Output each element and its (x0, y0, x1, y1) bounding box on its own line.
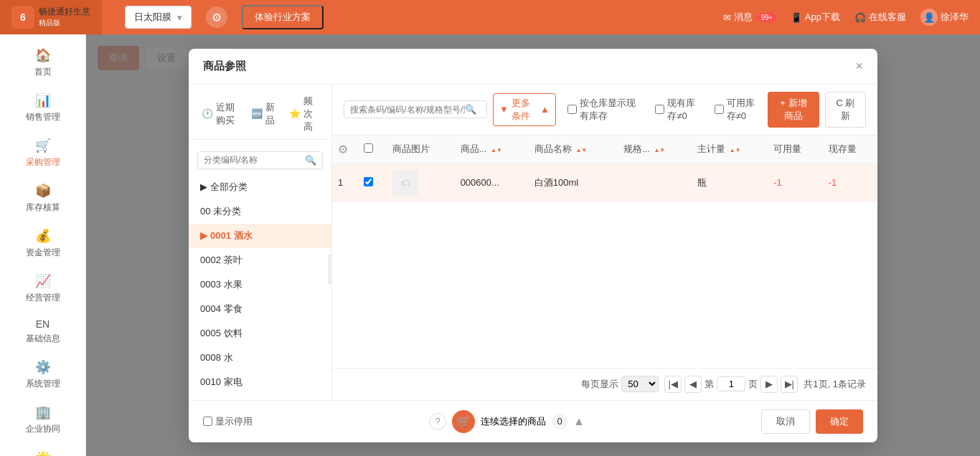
online-service-nav-item[interactable]: 🎧 在线客服 (854, 11, 906, 24)
product-reference-modal: 商品参照 × 🕐 近期购买 🆕 (189, 49, 877, 442)
confirm-button[interactable]: 确定 (816, 409, 863, 434)
product-table-container: ⚙ 商品图片 商品... ▲▼ (332, 136, 877, 368)
sidebar-item-inventory[interactable]: 📦 库存核算 (0, 176, 85, 221)
home-icon: 🏠 (35, 47, 51, 63)
checkbox-usable-ne0-input[interactable] (715, 105, 724, 114)
checkbox-available-ne0[interactable]: 现有库存≠0 (655, 97, 702, 123)
sidebar-item-guide[interactable]: 🌟 新手引导 (0, 442, 85, 456)
tab-freq[interactable]: ⭐ 频次高 (282, 90, 326, 139)
category-item-0003[interactable]: 0003 水果 (189, 272, 331, 297)
help-button[interactable]: ? (429, 413, 446, 430)
tab-new[interactable]: 🆕 新品 (244, 90, 282, 139)
cancel-button[interactable]: 取消 (761, 409, 810, 434)
tab-recent[interactable]: 🕐 近期购买 (194, 90, 244, 139)
sidebar-item-operation[interactable]: 📈 经营管理 (0, 266, 85, 311)
settings-icon[interactable]: ⚙ (206, 6, 227, 28)
experience-button[interactable]: 体验行业方案 (242, 5, 324, 29)
category-item-0008[interactable]: 0008 水 (189, 346, 331, 370)
category-item-0005[interactable]: 0005 饮料 (189, 321, 331, 346)
row-code: 000600... (455, 163, 529, 201)
messages-badge: 99+ (757, 13, 776, 22)
sidebar-item-basic[interactable]: EN 基础信息 (0, 311, 85, 352)
left-panel-collapse-button[interactable]: « (329, 255, 331, 284)
page-prev-button[interactable]: ◀ (684, 376, 702, 393)
sidebar-label-sales: 销售管理 (26, 111, 60, 123)
inventory-icon: 📦 (35, 183, 51, 199)
messages-nav-item[interactable]: ✉ 消息 99+ (723, 11, 776, 24)
category-item-0010[interactable]: 0010 家电 (189, 370, 331, 394)
page-size-dropdown[interactable]: 102050100 (621, 376, 659, 392)
modal-overlay: 商品参照 × 🕐 近期购买 🆕 (86, 34, 980, 456)
sidebar-label-system: 系统管理 (26, 378, 60, 390)
checkbox-warehouse-input[interactable] (567, 105, 577, 114)
product-search-icon[interactable]: 🔍 (465, 104, 476, 115)
category-search-icon[interactable]: 🔍 (305, 155, 316, 166)
category-item-0002[interactable]: 0002 茶叶 (189, 248, 331, 272)
row-spec (618, 163, 692, 201)
product-search-input[interactable] (350, 105, 465, 115)
footer-center: ? 🛒 连续选择的商品 0 ▲ (429, 410, 585, 433)
show-disabled-label[interactable]: 显示停用 (203, 415, 253, 428)
basic-icon: EN (36, 318, 50, 330)
category-item-all[interactable]: ▶ 全部分类 (189, 175, 331, 199)
page-size-select: 每页显示 102050100 (581, 376, 659, 392)
col-code[interactable]: 商品... ▲▼ (455, 136, 529, 164)
page-nav: |◀ ◀ 第 页 ▶ ▶| (664, 376, 798, 393)
row-stock: -1 (823, 163, 877, 201)
sidebar-label-operation: 经营管理 (26, 292, 60, 304)
sidebar-label-basic: 基础信息 (26, 333, 60, 345)
table-row[interactable]: 1 🏷 000600... 白酒100ml 瓶 -1 -1 (332, 163, 877, 201)
system-icon: ⚙️ (35, 359, 51, 375)
nav-brand: 6 畅捷通好生意 精品版 (0, 0, 102, 34)
checkbox-usable-ne0[interactable]: 可用库存≠0 (715, 97, 762, 123)
col-unit[interactable]: 主计量 ▲▼ (692, 136, 768, 164)
page-suffix: 页 (748, 378, 758, 391)
col-available: 可用量 (768, 136, 822, 164)
checkbox-warehouse[interactable]: 按仓库显示现有库存 (567, 97, 644, 123)
row-image: 🏷 (387, 163, 454, 201)
product-search-box: 🔍 (344, 100, 487, 118)
refresh-button[interactable]: C 刷新 (825, 92, 866, 128)
col-name[interactable]: 商品名称 ▲▼ (529, 136, 618, 164)
sidebar-item-system[interactable]: ⚙️ 系统管理 (0, 352, 85, 397)
select-all-checkbox[interactable] (364, 143, 373, 153)
logo-text: 畅捷通好生意 (39, 6, 90, 18)
more-filters-button[interactable]: ▼ 更多条件 ▲ (493, 93, 556, 126)
row-unit: 瓶 (692, 163, 768, 201)
sidebar-item-sales[interactable]: 📊 销售管理 (0, 85, 85, 130)
page-next-button[interactable]: ▶ (760, 376, 778, 393)
sidebar-item-enterprise[interactable]: 🏢 企业协同 (0, 397, 85, 442)
headset-icon: 🎧 (854, 12, 866, 23)
sidebar-item-purchase[interactable]: 🛒 采购管理 (0, 130, 85, 176)
sidebar-item-home[interactable]: 🏠 首页 (0, 40, 85, 85)
show-disabled-checkbox[interactable] (203, 417, 212, 426)
page-last-button[interactable]: ▶| (781, 376, 798, 393)
category-search-input[interactable] (204, 155, 305, 165)
col-spec[interactable]: 规格... ▲▼ (618, 136, 692, 164)
product-thumbnail: 🏷 (392, 170, 418, 196)
page-first-button[interactable]: |◀ (664, 376, 682, 393)
selector-arrow-icon: ▾ (177, 12, 182, 23)
store-selector[interactable]: 日太阳膜 ▾ (125, 6, 192, 29)
sidebar: 🏠 首页 📊 销售管理 🛒 采购管理 📦 库存核算 💰 资金管理 📈 经营管理 … (0, 34, 86, 456)
app-download-nav-item[interactable]: 📱 App下载 (791, 11, 840, 24)
checkbox-available-ne0-input[interactable] (655, 105, 664, 114)
category-item-0001[interactable]: ▶ 0001 酒水 (189, 224, 331, 248)
row-checkbox[interactable] (358, 163, 387, 201)
user-nav-item[interactable]: 👤 徐泽华 (920, 9, 969, 26)
new-icon: 🆕 (251, 108, 263, 119)
row-num: 1 (332, 163, 358, 201)
logo-icon: 6 (11, 6, 34, 29)
cart-button[interactable]: 🛒 (452, 410, 475, 433)
category-item-0004[interactable]: 0004 零食 (189, 297, 331, 321)
modal-close-button[interactable]: × (855, 59, 863, 74)
sidebar-label-finance: 资金管理 (26, 247, 60, 259)
col-stock: 现存量 (823, 136, 877, 164)
sidebar-item-finance[interactable]: 💰 资金管理 (0, 221, 85, 266)
footer-collapse-button[interactable]: ▲ (573, 415, 585, 428)
page-number-input[interactable] (717, 376, 745, 391)
column-settings-button[interactable]: ⚙ (338, 143, 348, 156)
category-item-00[interactable]: 00 未分类 (189, 199, 331, 224)
add-product-button[interactable]: + 新增商品 (768, 92, 819, 128)
purchase-icon: 🛒 (35, 138, 51, 153)
